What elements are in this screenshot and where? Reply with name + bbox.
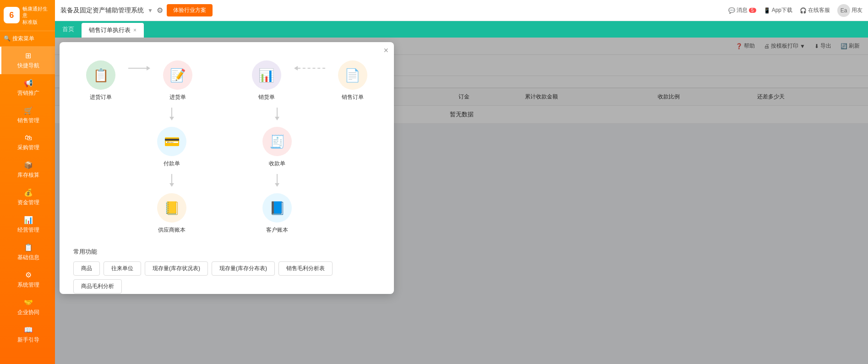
- tab-home[interactable]: 首页: [55, 21, 82, 38]
- arrow-sales-order-to-bill: [294, 66, 325, 71]
- customer-ledger-icon: 📘: [269, 201, 285, 216]
- func-btn-counterparty[interactable]: 往来单位: [104, 261, 141, 276]
- purchase-icon: 🛍: [25, 134, 32, 142]
- sidebar-item-basic-info[interactable]: 📋 基础信息: [0, 239, 55, 266]
- common-functions-title: 常用功能: [73, 248, 380, 256]
- sidebar-item-purchase[interactable]: 🛍 采购管理: [0, 129, 55, 156]
- quick-nav-icon: ⊞: [25, 51, 31, 60]
- system-icon: ⚙: [25, 271, 32, 279]
- search-icon: 🔍: [4, 35, 11, 42]
- sidebar-logo: 6 畅康通好生意 标准版: [0, 0, 55, 31]
- sales-bill-icon: 📊: [258, 68, 274, 83]
- payment-bill-label: 付款单: [164, 160, 180, 168]
- message-icon: 💬: [728, 7, 735, 14]
- purchase-order-icon: 📋: [93, 68, 109, 83]
- func-btn-product[interactable]: 商品: [73, 261, 100, 276]
- sidebar-item-quick-nav[interactable]: ⊞ 快捷导航: [0, 47, 55, 74]
- flow-payment-bill[interactable]: 💳 付款单: [133, 122, 211, 172]
- payment-bill-icon: 💳: [164, 134, 180, 149]
- message-badge: 5: [749, 8, 756, 13]
- finance-icon: 💰: [24, 188, 33, 197]
- flow-modal: × 📋 进货订单 📝: [60, 42, 394, 294]
- sidebar-item-cooperation[interactable]: 🤝 企业协同: [0, 293, 55, 321]
- arrow-sales-bill-down: [247, 108, 307, 120]
- flow-purchase-bill[interactable]: 📝 进货单: [150, 56, 205, 106]
- online-service-button[interactable]: 🎧 在线客服: [800, 6, 830, 14]
- arrow-purchase-bill-down: [133, 108, 211, 120]
- purchase-bill-icon: 📝: [170, 68, 186, 83]
- flow-customer-ledger[interactable]: 📘 客户账本: [247, 189, 307, 239]
- common-functions-row1: 商品 往来单位 现存量(库存状况表) 现存量(库存分布表) 销售毛利分析表 商品…: [73, 261, 380, 293]
- sidebar-item-marketing[interactable]: 📢 营销推广: [0, 74, 55, 102]
- flow-supplier-ledger[interactable]: 📒 供应商账本: [133, 189, 211, 239]
- sidebar-item-system[interactable]: ⚙ 系统管理: [0, 266, 55, 293]
- message-button[interactable]: 💬 消息 5: [728, 6, 756, 14]
- common-functions-section: 常用功能 商品 往来单位 现存量(库存状况表) 现存量(库存分布表) 销售毛利分…: [60, 248, 394, 294]
- flow-receipt-bill[interactable]: 🧾 收款单: [247, 122, 307, 172]
- logo-text: 畅康通好生意 标准版: [22, 5, 51, 25]
- sidebar-item-tutorial[interactable]: 📖 新手引导: [0, 321, 55, 348]
- sidebar-item-finance[interactable]: 💰 资金管理: [0, 184, 55, 211]
- sidebar: 6 畅康通好生意 标准版 🔍 搜索菜单 ⊞ 快捷导航 📢 营销推广 🛒 销售管理…: [0, 0, 55, 364]
- tab-sales-order-exec[interactable]: 销售订单执行表 ×: [82, 23, 144, 38]
- sidebar-nav: ⊞ 快捷导航 📢 营销推广 🛒 销售管理 🛍 采购管理 📦 库存核算 💰 资金管…: [0, 47, 55, 364]
- arrow-payment-bill-down: [133, 174, 211, 187]
- sales-order-label: 销售订单: [342, 93, 364, 101]
- dropdown-arrow-icon[interactable]: ▼: [147, 7, 153, 14]
- sales-order-icon: 📄: [344, 68, 360, 83]
- download-icon: 📱: [764, 7, 770, 14]
- try-industry-button[interactable]: 体验行业方案: [167, 4, 213, 16]
- tutorial-icon: 📖: [24, 326, 33, 334]
- modal-overlay[interactable]: × 📋 进货订单 📝: [55, 38, 868, 364]
- customer-ledger-label: 客户账本: [266, 226, 288, 234]
- header-right: 💬 消息 5 📱 App下载 🎧 在线客服 Ea 用友: [728, 4, 863, 17]
- flow-sales-bill[interactable]: 📊 销货单: [239, 56, 294, 106]
- sales-icon: 🛒: [24, 106, 33, 115]
- func-btn-stock-dist[interactable]: 现存量(库存分布表): [212, 261, 275, 276]
- sales-bill-label: 销货单: [258, 93, 275, 101]
- func-btn-stock-status[interactable]: 现存量(库存状况表): [145, 261, 208, 276]
- supplier-ledger-icon: 📒: [164, 201, 180, 216]
- flow-section: 📋 进货订单 📝 进货单: [60, 42, 394, 248]
- tab-bar: 首页 销售订单执行表 ×: [55, 21, 868, 38]
- sidebar-item-operations[interactable]: 📊 经营管理: [0, 211, 55, 239]
- arrow-receipt-bill-down: [247, 174, 307, 187]
- arrow-purchase-order-to-bill: [128, 66, 150, 71]
- flow-purchase-order[interactable]: 📋 进货订单: [73, 56, 128, 106]
- modal-close-button[interactable]: ×: [383, 46, 388, 55]
- cooperation-icon: 🤝: [24, 298, 33, 307]
- header: 装备及固定资产辅助管理系统 ▼ ⚙ 体验行业方案 💬 消息 5 📱 App下载 …: [55, 0, 868, 21]
- receipt-bill-label: 收款单: [269, 160, 285, 168]
- marketing-icon: 📢: [24, 79, 33, 87]
- settings-icon[interactable]: ⚙: [157, 6, 163, 15]
- operations-icon: 📊: [24, 216, 33, 224]
- system-title: 装备及固定资产辅助管理系统: [60, 6, 144, 15]
- flow-sales-order[interactable]: 📄 销售订单: [325, 56, 380, 106]
- service-icon: 🎧: [800, 7, 807, 14]
- inventory-icon: 📦: [24, 161, 33, 169]
- app-download-button[interactable]: 📱 App下载: [764, 6, 792, 14]
- func-btn-product-margin[interactable]: 商品毛利分析: [73, 279, 122, 293]
- user-menu[interactable]: Ea 用友: [837, 4, 863, 17]
- receipt-bill-icon: 🧾: [269, 134, 285, 149]
- logo-icon: 6: [4, 7, 20, 23]
- sidebar-item-sales[interactable]: 🛒 销售管理: [0, 102, 55, 129]
- purchase-order-label: 进货订单: [90, 93, 112, 101]
- sidebar-item-inventory[interactable]: 📦 库存核算: [0, 156, 55, 184]
- basic-info-icon: 📋: [24, 243, 33, 252]
- func-btn-sales-margin[interactable]: 销售毛利分析表: [278, 261, 333, 276]
- tab-close-icon[interactable]: ×: [133, 27, 136, 33]
- purchase-bill-label: 进货单: [169, 93, 186, 101]
- supplier-ledger-label: 供应商账本: [158, 226, 186, 234]
- search-menu[interactable]: 🔍 搜索菜单: [0, 31, 55, 47]
- avatar: Ea: [837, 4, 850, 17]
